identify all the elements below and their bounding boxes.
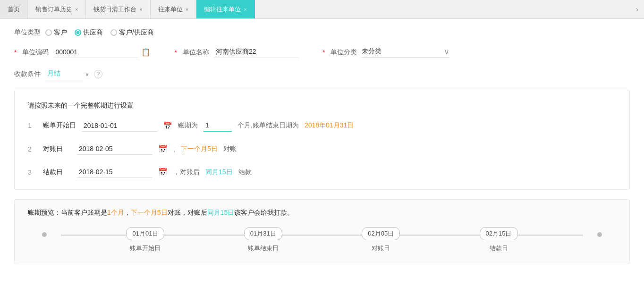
tab-sales-order-history-label: 销售订单历史 bbox=[35, 5, 72, 14]
payment-terms-value: 月结 bbox=[45, 68, 83, 80]
timeline-badge-1: 01月01日 bbox=[126, 227, 164, 240]
close-partner-units-icon[interactable]: × bbox=[186, 7, 188, 12]
timeline-point-2: 01月31日 账单结束日 bbox=[244, 227, 282, 253]
timeline-points: 01月01日 账单开始日 01月31日 账单结束日 02月05日 对账 bbox=[42, 227, 602, 253]
tab-edit-partner-unit-label: 编辑往来单位 bbox=[204, 5, 241, 14]
row-num-3: 3 bbox=[28, 169, 37, 176]
row2-desc: , bbox=[173, 145, 175, 153]
start-date-input[interactable] bbox=[82, 120, 157, 132]
radio-customer-supplier-label: 客户/供应商 bbox=[119, 28, 154, 37]
period-months-input[interactable] bbox=[203, 119, 232, 132]
timeline: 01月01日 账单开始日 01月31日 账单结束日 02月05日 对账 bbox=[28, 227, 616, 253]
payment-date-calendar-icon[interactable]: 📅 bbox=[158, 168, 168, 177]
close-cash-work-icon[interactable]: × bbox=[139, 7, 142, 12]
row3-desc-pre: ，对账后 bbox=[173, 168, 200, 177]
help-icon[interactable]: ? bbox=[94, 70, 102, 78]
preview-text: 账期预览：当前客户账期是1个月，下一个月5日对账，对账后同月15日该客户会给我打… bbox=[28, 207, 616, 218]
period-row-2: 2 对账日 📅 , 下一个月5日 对账 bbox=[28, 143, 616, 155]
timeline-label-3: 对账日 bbox=[372, 244, 390, 253]
row-num-1: 1 bbox=[28, 122, 37, 129]
period-card: 请按照未来的一个完整帐期进行设置 1 账单开始日 📅 账期为 个月,账单结束日期… bbox=[14, 90, 630, 190]
timeline-badge-2: 01月31日 bbox=[244, 227, 282, 240]
preview-suffix: 该客户会给我打款。 bbox=[234, 209, 294, 216]
timeline-left-edge bbox=[42, 227, 47, 252]
unit-category-value: 未分类 bbox=[362, 47, 381, 56]
row-label-1: 账单开始日 bbox=[43, 121, 76, 130]
timeline-point-3: 02月05日 对账日 bbox=[362, 227, 400, 253]
unit-code-input[interactable] bbox=[53, 46, 138, 58]
payment-terms-row: 收款条件 月结 ∨ ? bbox=[14, 68, 630, 80]
unit-category-label: 单位分类 bbox=[330, 48, 357, 57]
timeline-label-2: 账单结束日 bbox=[248, 244, 279, 253]
payment-terms-select[interactable]: 月结 ∨ bbox=[45, 68, 89, 80]
tab-cash-work[interactable]: 钱货日清工作台 × bbox=[86, 0, 150, 18]
row-label-2: 对账日 bbox=[43, 145, 71, 153]
row1-unit: 个月,账单结束日期为 bbox=[237, 121, 299, 130]
timeline-label-4: 结款日 bbox=[490, 244, 508, 253]
radio-customer-supplier-circle bbox=[110, 29, 117, 36]
radio-supplier-label: 供应商 bbox=[83, 28, 103, 37]
row3-highlight: 同月15日 bbox=[205, 168, 233, 177]
payment-date-input[interactable] bbox=[77, 166, 153, 178]
unit-category-select[interactable]: 未分类 ∨ bbox=[362, 47, 449, 58]
period-row-1: 1 账单开始日 📅 账期为 个月,账单结束日期为 2018年01月31日 bbox=[28, 119, 616, 132]
row1-desc-prefix: 账期为 bbox=[178, 121, 198, 130]
row3-after: 结款 bbox=[238, 168, 252, 177]
unit-code-field-group: 📋 bbox=[53, 46, 151, 58]
unit-code-label: 单位编码 bbox=[22, 48, 49, 57]
unit-info-row: * 单位编码 📋 * 单位名称 * 单位分类 未分类 ∨ bbox=[14, 46, 630, 58]
payment-terms-dropdown-icon[interactable]: ∨ bbox=[85, 71, 89, 77]
timeline-right-edge bbox=[597, 227, 602, 252]
unit-type-row: 单位类型 客户 供应商 客户/供应商 bbox=[14, 28, 630, 37]
tab-cash-work-label: 钱货日清工作台 bbox=[93, 5, 136, 14]
tab-more-arrow[interactable]: › bbox=[630, 0, 644, 18]
tab-partner-units[interactable]: 往来单位 × bbox=[151, 0, 196, 18]
close-sales-order-history-icon[interactable]: × bbox=[75, 7, 78, 12]
row2-highlight: 下一个月5日 bbox=[181, 145, 218, 153]
main-content: 单位类型 客户 供应商 客户/供应商 * 单位编码 📋 * 单位名称 bbox=[0, 19, 644, 287]
period-card-title: 请按照未来的一个完整帐期进行设置 bbox=[28, 101, 616, 110]
radio-customer-label: 客户 bbox=[54, 28, 67, 37]
tab-bar: 首页 销售订单历史 × 钱货日清工作台 × 往来单位 × 编辑往来单位 × › bbox=[0, 0, 644, 19]
tab-home[interactable]: 首页 bbox=[0, 0, 28, 18]
radio-customer-circle bbox=[45, 29, 52, 36]
unit-type-label: 单位类型 bbox=[14, 28, 41, 37]
row-num-2: 2 bbox=[28, 145, 37, 153]
row-label-3: 结款日 bbox=[43, 168, 71, 177]
timeline-left-dot bbox=[42, 232, 47, 237]
preview-payment: 同月15日 bbox=[207, 209, 235, 216]
tab-partner-units-label: 往来单位 bbox=[158, 5, 183, 14]
timeline-point-1: 01月01日 账单开始日 bbox=[126, 227, 164, 253]
unit-code-copy-icon[interactable]: 📋 bbox=[141, 48, 151, 57]
tab-sales-order-history[interactable]: 销售订单历史 × bbox=[28, 0, 86, 18]
timeline-label-1: 账单开始日 bbox=[130, 244, 161, 253]
row1-end-date: 2018年01月31日 bbox=[305, 121, 354, 130]
category-dropdown-icon[interactable]: ∨ bbox=[444, 47, 449, 56]
preview-mid1: ， bbox=[124, 209, 131, 216]
preview-mid2: 对账，对账后 bbox=[168, 209, 207, 216]
unit-type-radio-group: 客户 供应商 客户/供应商 bbox=[45, 28, 154, 37]
radio-customer[interactable]: 客户 bbox=[45, 28, 67, 37]
payment-terms-label: 收款条件 bbox=[14, 70, 41, 78]
reconcile-date-calendar-icon[interactable]: 📅 bbox=[158, 144, 168, 153]
timeline-point-4: 02月15日 结款日 bbox=[480, 227, 518, 253]
tab-edit-partner-unit[interactable]: 编辑往来单位 × bbox=[196, 0, 254, 18]
preview-reconcile: 下一个月5日 bbox=[131, 209, 168, 216]
row2-after: 对账 bbox=[223, 145, 237, 153]
preview-section: 账期预览：当前客户账期是1个月，下一个月5日对账，对账后同月15日该客户会给我打… bbox=[14, 199, 630, 264]
unit-name-input[interactable] bbox=[214, 46, 299, 58]
unit-name-label: 单位名称 bbox=[183, 48, 209, 57]
preview-prefix: 账期预览：当前客户账期是 bbox=[28, 209, 107, 216]
radio-supplier[interactable]: 供应商 bbox=[75, 28, 103, 37]
start-date-calendar-icon[interactable]: 📅 bbox=[163, 121, 172, 130]
period-row-3: 3 结款日 📅 ，对账后 同月15日 结款 bbox=[28, 166, 616, 178]
unit-name-required: * bbox=[174, 49, 177, 56]
preview-period: 1个月 bbox=[107, 209, 124, 216]
close-edit-partner-unit-icon[interactable]: × bbox=[244, 7, 246, 12]
reconcile-date-input[interactable] bbox=[77, 143, 153, 155]
timeline-badge-4: 02月15日 bbox=[480, 227, 518, 240]
radio-supplier-circle bbox=[75, 29, 81, 36]
tab-home-label: 首页 bbox=[8, 5, 20, 14]
radio-customer-supplier[interactable]: 客户/供应商 bbox=[110, 28, 154, 37]
timeline-badge-3: 02月05日 bbox=[362, 227, 400, 240]
